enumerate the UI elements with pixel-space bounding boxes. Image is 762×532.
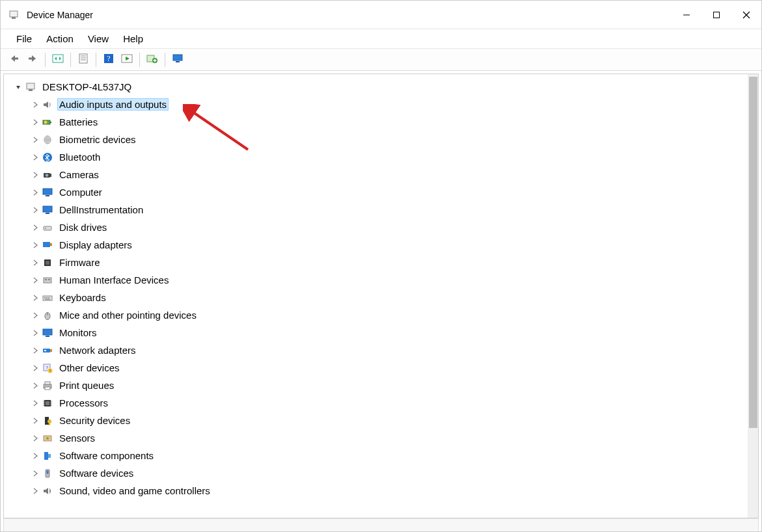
toolbar-separator (70, 53, 71, 67)
tree-item[interactable]: ?!Other devices (8, 359, 758, 377)
chevron-right-icon[interactable] (30, 135, 40, 145)
chevron-right-icon[interactable] (30, 205, 40, 215)
monitor-icon (42, 204, 53, 216)
chevron-right-icon[interactable] (30, 240, 40, 250)
chevron-right-icon[interactable] (30, 275, 40, 286)
tree-item[interactable]: Batteries (8, 113, 758, 131)
chevron-right-icon[interactable] (30, 363, 40, 373)
show-hidden-button[interactable] (49, 51, 66, 68)
chevron-right-icon[interactable] (30, 468, 40, 479)
svg-rect-65 (45, 387, 50, 390)
chevron-right-icon[interactable] (30, 451, 40, 461)
chevron-right-icon[interactable] (30, 433, 40, 444)
svg-rect-33 (50, 174, 51, 177)
tree-item[interactable]: Bluetooth (8, 148, 758, 166)
close-button[interactable] (731, 1, 761, 29)
tree-item[interactable]: Sensors (8, 429, 758, 447)
menu-file[interactable]: File (11, 31, 37, 46)
menu-help[interactable]: Help (118, 31, 148, 46)
chip-icon (42, 257, 53, 269)
tree-item[interactable]: Display adapters (8, 236, 758, 254)
tree-item[interactable]: Print queues (8, 377, 758, 394)
chevron-right-icon[interactable] (30, 328, 40, 338)
tree-item[interactable]: Audio inputs and outputs (8, 96, 758, 113)
svg-rect-79 (44, 452, 48, 460)
chevron-right-icon[interactable] (30, 398, 40, 408)
tree-item[interactable]: Computer (8, 183, 758, 201)
processor-icon (42, 397, 53, 409)
add-hardware-button[interactable] (144, 51, 161, 68)
chevron-right-icon[interactable] (30, 258, 40, 268)
monitor-icon (42, 327, 53, 339)
tree-item[interactable]: Software components (8, 447, 758, 464)
tree-item[interactable]: Human Interface Devices (8, 271, 758, 289)
tree-item[interactable]: Disk drives (8, 219, 758, 236)
tree-item-label: Disk drives (57, 221, 109, 233)
toolbar-separator (96, 53, 96, 67)
tree-item[interactable]: Network adapters (8, 341, 758, 359)
content-area: DESKTOP-4L537JQAudio inputs and outputsB… (3, 73, 759, 518)
tree-item[interactable]: Processors (8, 394, 758, 412)
help-icon: ? (103, 53, 114, 66)
scan-hardware-button[interactable] (169, 51, 186, 68)
tree-item[interactable]: Software devices (8, 464, 758, 482)
chevron-down-icon[interactable] (13, 82, 23, 92)
svg-point-26 (44, 120, 48, 124)
chevron-right-icon[interactable] (30, 100, 40, 110)
software-device-icon (42, 468, 53, 479)
chevron-right-icon[interactable] (30, 380, 40, 391)
svg-rect-67 (46, 401, 49, 405)
device-tree[interactable]: DESKTOP-4L537JQAudio inputs and outputsB… (4, 74, 758, 518)
back-button[interactable] (6, 51, 23, 68)
svg-rect-54 (43, 329, 52, 335)
play-panel-icon (121, 53, 133, 66)
properties-button[interactable] (75, 51, 92, 68)
monitor-scan-icon (172, 53, 184, 66)
chevron-right-icon[interactable] (30, 152, 40, 163)
maximize-button[interactable] (701, 1, 731, 29)
svg-rect-55 (46, 336, 49, 337)
svg-rect-51 (45, 299, 50, 299)
tree-item[interactable]: Firmware (8, 254, 758, 271)
chevron-right-icon[interactable] (30, 416, 40, 426)
tree-item[interactable]: Biometric devices (8, 131, 758, 148)
forward-button[interactable] (24, 51, 41, 68)
menu-view[interactable]: View (83, 31, 114, 46)
chevron-right-icon[interactable] (30, 310, 40, 321)
tree-root[interactable]: DESKTOP-4L537JQ (8, 78, 758, 96)
menu-bar: File Action View Help (1, 29, 761, 49)
tree-item-label: Other devices (57, 362, 122, 374)
chevron-right-icon[interactable] (30, 170, 40, 180)
chevron-right-icon[interactable] (30, 345, 40, 356)
svg-rect-41 (50, 243, 52, 246)
chevron-right-icon[interactable] (30, 222, 40, 233)
chevron-right-icon[interactable] (30, 117, 40, 127)
vertical-scrollbar[interactable] (748, 74, 758, 518)
scrollbar-thumb[interactable] (749, 77, 757, 428)
tree-item-label: Cameras (57, 168, 101, 181)
tree-item[interactable]: Monitors (8, 324, 758, 341)
tree-item[interactable]: Keyboards (8, 289, 758, 306)
tree-item-label: Sensors (57, 432, 97, 444)
svg-rect-57 (50, 349, 52, 352)
tree-item[interactable]: Security devices (8, 412, 758, 429)
tree-item[interactable]: DellInstrumentation (8, 201, 758, 219)
window-title: Device Manager (27, 10, 672, 20)
software-component-icon (42, 450, 53, 462)
run-wizard-button[interactable] (118, 51, 135, 68)
tree-item-label: Software devices (57, 467, 135, 479)
chevron-right-icon[interactable] (30, 293, 40, 303)
chevron-right-icon[interactable] (30, 187, 40, 198)
tree-item[interactable]: Cameras (8, 166, 758, 183)
menu-action[interactable]: Action (41, 31, 79, 46)
svg-rect-20 (173, 55, 182, 60)
chevron-right-icon[interactable] (30, 486, 40, 496)
svg-rect-48 (44, 297, 46, 299)
tree-item[interactable]: Mice and other pointing devices (8, 306, 758, 324)
svg-rect-50 (48, 297, 49, 299)
tree-item[interactable]: Sound, video and game controllers (8, 482, 758, 499)
keyboard-icon (42, 292, 53, 304)
svg-rect-25 (50, 122, 51, 123)
minimize-button[interactable] (672, 1, 701, 29)
help-button[interactable]: ? (100, 51, 117, 68)
